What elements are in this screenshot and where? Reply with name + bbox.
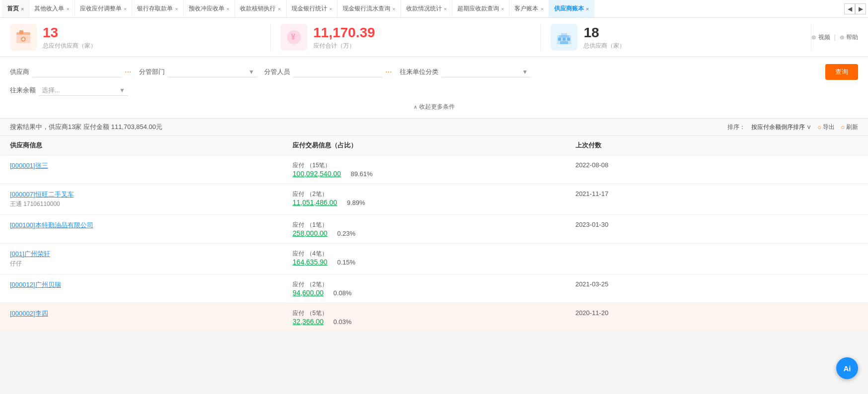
nav-tab-bank[interactable]: 银行存取款单 ×	[132, 0, 183, 18]
refresh-icon: ○	[841, 124, 845, 131]
close-icon[interactable]: ×	[175, 6, 178, 12]
payable-label: 应付	[292, 310, 304, 317]
payable-suppliers-icon	[10, 24, 37, 51]
supplier-cell: [001]广州荣轩 仔仔	[10, 250, 292, 268]
payable-percent: 0.15%	[337, 259, 356, 266]
close-icon[interactable]: ×	[278, 6, 281, 12]
payable-label: 应付	[292, 221, 304, 228]
supplier-link[interactable]: [000007]恒旺二手叉车	[10, 191, 74, 198]
top-navigation: 首页 × 其他收入单 × 应收应付调整单 × 银行存取款单 × 预收冲应收单 ×…	[0, 0, 868, 18]
nav-tab-prepay[interactable]: 预收冲应收单 ×	[184, 0, 235, 18]
svg-rect-13	[567, 38, 570, 41]
nav-tab-overdue[interactable]: 超期应收款查询 ×	[452, 0, 509, 18]
supplier-cell: [000002]李四	[10, 309, 292, 318]
filter-department: 分管部门 ▼	[139, 66, 256, 77]
supplier-input[interactable]	[32, 66, 122, 77]
payable-count: （15笔）	[306, 162, 331, 169]
supplier-link[interactable]: [001]广州荣轩	[10, 250, 50, 258]
supplier-dots[interactable]: ···	[125, 67, 131, 76]
last-payment-cell: 2022-08-08	[576, 161, 858, 169]
table-row: [000001]张三 应付 （15笔） 100,092,540.00 89.61…	[0, 155, 868, 184]
table-row: [000007]恒旺二手叉车 王通 17106110000 应付 （2笔） 11…	[0, 184, 868, 215]
close-icon[interactable]: ×	[124, 6, 127, 12]
close-icon[interactable]: ×	[226, 6, 229, 12]
nav-next-button[interactable]: ▶	[855, 3, 866, 14]
payable-percent: 9.89%	[347, 199, 365, 206]
payable-cell: 应付 （2笔） 11,051,486.00 9.89%	[292, 190, 575, 206]
nav-tab-recv-stat[interactable]: 收款情况统计 ×	[401, 0, 452, 18]
collapse-arrow-icon: ∧	[414, 104, 417, 110]
balance-label: 往来余额	[10, 86, 36, 95]
refresh-button[interactable]: ○ 刷新	[841, 123, 858, 131]
close-icon[interactable]: ×	[501, 6, 504, 12]
close-icon[interactable]: ×	[444, 6, 447, 12]
close-icon[interactable]: ×	[66, 6, 69, 12]
payable-amount[interactable]: 258,000.00	[292, 229, 327, 237]
payable-count: （2笔）	[306, 281, 328, 288]
close-icon[interactable]: ×	[586, 6, 589, 12]
balance-select[interactable]: 选择...	[39, 85, 128, 96]
last-payment-cell: 2021-11-17	[576, 190, 858, 197]
stat-payable-suppliers: 13 总应付供应商（家）	[10, 24, 271, 51]
payable-cell: 应付 （2笔） 94,600.00 0.08%	[292, 280, 575, 297]
stat-payable-amount: ¥ 11,170.39 应付合计（万）	[271, 24, 541, 51]
query-button[interactable]: 查询	[825, 64, 858, 80]
close-icon[interactable]: ×	[392, 6, 395, 12]
supplier-sub: 王通 17106110000	[10, 200, 292, 208]
supplier-link[interactable]: [000002]李四	[10, 310, 48, 317]
table-row: [000002]李四 应付 （5笔） 32,366.00 0.03% 2020-…	[0, 303, 868, 332]
divider: |	[834, 34, 836, 41]
total-suppliers-icon	[551, 24, 578, 51]
unit-type-select[interactable]	[441, 66, 531, 77]
nav-tab-cash-query[interactable]: 现金银行流水查询 ×	[338, 0, 401, 18]
filter-supplier: 供应商 ···	[10, 66, 131, 77]
person-input[interactable]	[293, 66, 382, 77]
payable-amount[interactable]: 94,600.00	[292, 289, 323, 297]
supplier-link[interactable]: [000100]本特勤油品有限公司	[10, 221, 93, 229]
payable-percent: 0.23%	[337, 230, 356, 237]
nav-tab-recv-exec[interactable]: 收款核销执行 ×	[235, 0, 286, 18]
nav-tab-supplier-book[interactable]: 供应商账本 ×	[549, 0, 594, 18]
payable-amount[interactable]: 100,092,540.00	[292, 170, 341, 178]
svg-text:¥: ¥	[291, 33, 295, 41]
nav-tab-cash-stat[interactable]: 现金银行统计 ×	[287, 0, 338, 18]
payable-amount[interactable]: 11,051,486.00	[292, 198, 337, 206]
table-row: [000012]广州贝瑞 应付 （2笔） 94,600.00 0.08% 202…	[0, 274, 868, 303]
nav-prev-button[interactable]: ◀	[844, 3, 855, 14]
nav-tab-adjust[interactable]: 应收应付调整单 ×	[75, 0, 132, 18]
nav-tab-home[interactable]: 首页 ×	[2, 0, 29, 18]
nav-tab-income[interactable]: 其他收入单 ×	[29, 0, 74, 18]
payable-count: （2笔）	[306, 191, 328, 197]
payable-amount[interactable]: 32,366.00	[292, 318, 323, 326]
supplier-link[interactable]: [000001]张三	[10, 162, 48, 169]
supplier-cell: [000012]广州贝瑞	[10, 280, 292, 289]
svg-rect-2	[16, 32, 30, 35]
close-icon[interactable]: ×	[540, 6, 543, 12]
department-select[interactable]	[168, 66, 257, 77]
export-button[interactable]: ○ 导出	[817, 123, 835, 131]
help-link[interactable]: ⊙ 帮助	[840, 33, 858, 42]
supplier-link[interactable]: [000012]广州贝瑞	[10, 281, 61, 288]
close-icon[interactable]: ×	[21, 6, 24, 12]
svg-rect-11	[558, 38, 561, 41]
filter-unit-type: 往来单位分类 ▼	[400, 66, 530, 77]
supplier-cell: [000100]本特勤油品有限公司	[10, 221, 292, 230]
payable-percent: 89.61%	[351, 170, 372, 178]
table-row: [000100]本特勤油品有限公司 应付 （1笔） 258,000.00 0.2…	[0, 215, 868, 244]
person-dots[interactable]: ···	[385, 67, 392, 76]
payable-count: （1笔）	[306, 221, 328, 228]
department-select-wrap: ▼	[168, 66, 256, 77]
video-link[interactable]: ⊙ 视频	[811, 33, 830, 42]
nav-tab-customer-book[interactable]: 客户账本 ×	[509, 0, 549, 18]
payable-cell: 应付 （4笔） 164,635.90 0.15%	[292, 250, 575, 266]
sort-selector[interactable]: 按应付余额倒序排序 ∨	[751, 123, 811, 131]
payable-cell: 应付 （1笔） 258,000.00 0.23%	[292, 221, 575, 237]
person-label: 分管人员	[264, 67, 290, 76]
collapse-button[interactable]: ∧ 收起更多条件	[414, 101, 455, 113]
close-icon[interactable]: ×	[329, 6, 332, 12]
stat-total-suppliers: 18 总供应商（家）	[541, 24, 811, 51]
filter-person: 分管人员 ···	[264, 66, 392, 77]
payable-amount[interactable]: 164,635.90	[292, 258, 327, 266]
filter-row-1: 供应商 ··· 分管部门 ▼ 分管人员 ··· 往来单位分类	[10, 64, 858, 80]
filter-row-2: 往来余额 选择... ▼	[10, 85, 858, 96]
